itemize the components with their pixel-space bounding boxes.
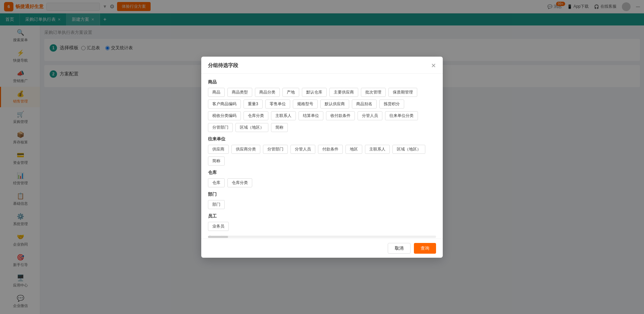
section-title-员工: 员工	[208, 213, 436, 219]
field-tag[interactable]: 批次管理	[361, 88, 386, 97]
field-tag[interactable]: 仓库分类	[244, 111, 268, 120]
field-tag[interactable]: 客户商品编码	[208, 100, 241, 109]
field-grid-往来单位: 供应商供应商分类分管部门分管人员付款条件地区主联系人区域（地区）简称	[208, 145, 436, 166]
field-grid-仓库: 仓库仓库分类	[208, 178, 436, 187]
field-tag[interactable]: 主联系人	[365, 145, 390, 154]
field-tag[interactable]: 保质期管理	[388, 88, 417, 97]
field-tag[interactable]: 零售单位	[265, 100, 290, 109]
field-tag[interactable]: 结算单位	[299, 111, 323, 120]
field-tag[interactable]: 分管人员	[290, 145, 315, 154]
field-tag[interactable]: 分管部门	[208, 123, 233, 132]
modal-body: 商品商品商品类型商品分类产地默认仓库主要供应商批次管理保质期管理客户商品编码重量…	[201, 74, 443, 236]
field-tag[interactable]: 税收分类编码	[208, 111, 241, 120]
field-tag[interactable]: 供应商分类	[231, 145, 260, 154]
field-tag[interactable]: 拣货积分	[379, 100, 404, 109]
field-tag[interactable]: 仓库	[208, 178, 225, 187]
field-tag[interactable]: 分管人员	[358, 111, 382, 120]
field-tag[interactable]: 商品分类	[255, 88, 280, 97]
field-grid-员工: 业务员	[208, 222, 436, 231]
section-title-往来单位: 往来单位	[208, 136, 436, 142]
field-tag[interactable]: 商品别名	[352, 100, 377, 109]
field-tag[interactable]: 默认仓库	[302, 88, 327, 97]
field-tag[interactable]: 业务员	[208, 222, 229, 231]
field-tag[interactable]: 部门	[208, 200, 225, 209]
confirm-button[interactable]: 查询	[414, 243, 436, 254]
field-tag[interactable]: 商品	[208, 88, 225, 97]
field-tag[interactable]: 产地	[282, 88, 299, 97]
field-tag[interactable]: 地区	[345, 145, 362, 154]
field-selector-modal: 分组待选字段 ✕ 商品商品商品类型商品分类产地默认仓库主要供应商批次管理保质期管…	[201, 57, 443, 258]
field-tag[interactable]: 主联系人	[271, 111, 296, 120]
field-tag[interactable]: 收付款条件	[326, 111, 355, 120]
modal-title: 分组待选字段	[208, 62, 238, 69]
field-tag[interactable]: 区域（地区）	[392, 145, 425, 154]
field-tag[interactable]: 规格型号	[293, 100, 318, 109]
field-tag[interactable]: 默认供应商	[320, 100, 349, 109]
field-tag[interactable]: 区域（地区）	[235, 123, 268, 132]
field-tag[interactable]: 商品类型	[227, 88, 252, 97]
section-title-商品: 商品	[208, 79, 436, 85]
field-tag[interactable]: 付款条件	[318, 145, 343, 154]
field-tag[interactable]: 供应商	[208, 145, 229, 154]
modal-hscroll-thumb	[208, 236, 228, 238]
modal-horizontal-scrollbar[interactable]	[208, 236, 436, 238]
field-tag[interactable]: 主要供应商	[329, 88, 358, 97]
field-tag[interactable]: 往来单位分类	[385, 111, 418, 120]
field-tag[interactable]: 重量3	[244, 100, 263, 109]
field-tag[interactable]: 简称	[208, 156, 225, 166]
section-title-部门: 部门	[208, 191, 436, 197]
modal-header: 分组待选字段 ✕	[201, 57, 443, 74]
modal-close-button[interactable]: ✕	[431, 62, 436, 69]
section-title-仓库: 仓库	[208, 170, 436, 176]
cancel-button[interactable]: 取消	[388, 243, 411, 254]
field-grid-商品: 商品商品类型商品分类产地默认仓库主要供应商批次管理保质期管理客户商品编码重量3零…	[208, 88, 436, 132]
field-tag[interactable]: 分管部门	[263, 145, 288, 154]
field-grid-部门: 部门	[208, 200, 436, 209]
field-tag[interactable]: 仓库分类	[227, 178, 252, 187]
field-tag[interactable]: 简称	[271, 123, 288, 132]
modal-footer: 取消 查询	[201, 239, 443, 258]
modal-overlay: 分组待选字段 ✕ 商品商品商品类型商品分类产地默认仓库主要供应商批次管理保质期管…	[0, 0, 644, 314]
